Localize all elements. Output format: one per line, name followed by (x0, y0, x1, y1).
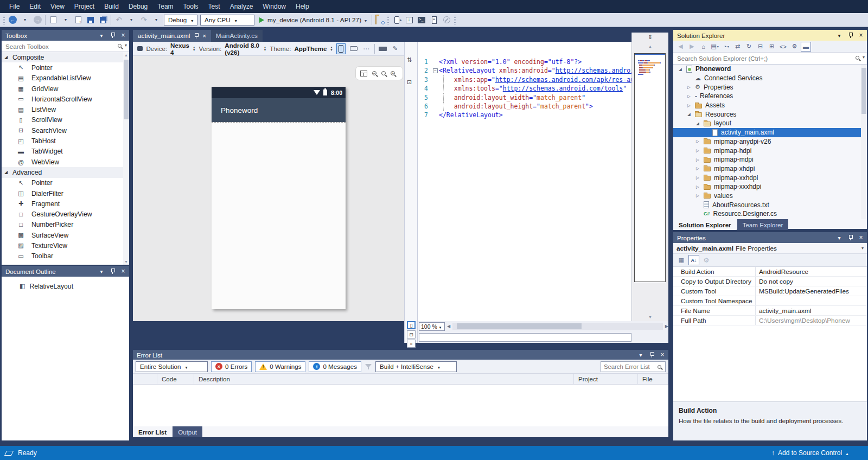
code-line[interactable]: 2−<RelativeLayout xmlns:android="http://… (418, 66, 631, 75)
expander-icon[interactable]: ▷ (696, 157, 704, 162)
platform-dropdown[interactable]: Any CPU (200, 15, 254, 25)
scroll-up-icon[interactable]: ▲ (632, 44, 668, 48)
se-forward-icon[interactable]: ▶ (687, 42, 697, 52)
expander-icon[interactable]: ▷ (696, 166, 704, 171)
pin-icon[interactable] (108, 268, 116, 274)
scroll-right-icon[interactable]: ▶ (665, 324, 668, 329)
scroll-down-icon[interactable]: ▼ (632, 315, 668, 319)
toolbox-item-scrollview[interactable]: ▯ScrollView (2, 115, 123, 125)
expander-icon[interactable]: ◢ (679, 67, 686, 72)
stepper-icon[interactable] (330, 46, 333, 52)
alphabetical-sort-icon[interactable] (688, 255, 699, 265)
column-header-code[interactable]: Code (157, 374, 194, 384)
tree-item-mipmap-anydpi-v26[interactable]: ▷mipmap-anydpi-v26 (673, 137, 867, 146)
start-debugging-button[interactable]: my_device (Android 8.1 - API 27) (257, 15, 369, 25)
designer-source-splitter[interactable]: ▯ ⊟ » (404, 42, 418, 343)
new-project-button[interactable] (48, 15, 58, 25)
navigate-back-button[interactable] (8, 15, 17, 25)
window-position-icon[interactable]: ▾ (637, 352, 644, 358)
zoom-fit-icon[interactable] (381, 71, 386, 75)
se-preview-selected-items-icon[interactable]: ▬ (801, 42, 811, 52)
redo-dropdown[interactable] (151, 15, 161, 25)
add-to-source-control-button[interactable]: Add to Source Control (771, 449, 863, 457)
portrait-button[interactable] (336, 43, 346, 54)
tree-item-mipmap-hdpi[interactable]: ▷mipmap-hdpi (673, 146, 867, 155)
solution-explorer-search-input[interactable] (673, 53, 867, 64)
scroll-up-icon[interactable]: ▲ (123, 53, 129, 57)
android-device-button[interactable] (392, 15, 401, 25)
tab-output[interactable]: Output (173, 426, 202, 437)
se-sync-with-active-document-icon[interactable]: ⇄ (732, 42, 743, 52)
scope-dropdown[interactable]: Entire Solution (136, 361, 208, 372)
tree-item-mipmap-xxxhdpi[interactable]: ▷mipmap-xxxhdpi (673, 182, 867, 191)
expander-icon[interactable]: ▷ (687, 94, 695, 99)
toolbox-item-horizontalscrollview[interactable]: ▭HorizontalScrollView (2, 94, 123, 104)
zoom-in-icon[interactable]: + (391, 71, 395, 75)
clear-filters-icon[interactable] (365, 363, 372, 370)
tree-item-references[interactable]: ▷▪▪References (673, 92, 867, 101)
scrollbar-thumb[interactable] (124, 60, 129, 119)
window-position-icon[interactable]: ▾ (835, 33, 843, 39)
tree-item-layout[interactable]: ◢layout (673, 119, 867, 128)
stepper-icon[interactable] (193, 46, 195, 52)
toolbox-group-advanced[interactable]: ◢Advanced (2, 167, 123, 177)
expander-icon[interactable]: ▷ (696, 175, 704, 180)
phone-content-area[interactable] (212, 122, 346, 309)
editor-zoom-dropdown[interactable]: 100 % (419, 322, 445, 331)
configuration-dropdown[interactable]: Debug (164, 15, 197, 25)
menu-analyze[interactable]: Analyze (225, 0, 258, 13)
toolbox-scrollbar[interactable]: ▲ ▼ (123, 52, 129, 265)
property-row-custom-tool[interactable]: Custom ToolMSBuild:UpdateGeneratedFiles (673, 286, 867, 296)
window-position-icon[interactable]: ▾ (835, 235, 843, 241)
toolbar-grip[interactable] (454, 16, 456, 24)
expander-icon[interactable]: ▷ (696, 148, 704, 153)
menu-test[interactable]: Test (203, 0, 225, 13)
tree-item-assets[interactable]: ▷Assets (673, 101, 867, 110)
toolbox-item-listview[interactable]: ▤ListView (2, 104, 123, 114)
toolbox-item-numberpicker[interactable]: □NumberPicker (2, 220, 123, 230)
solution-explorer-scrollbar[interactable] (861, 65, 867, 219)
version-value[interactable]: Android 8.0 (v26) (225, 42, 260, 56)
categorized-icon[interactable] (676, 255, 687, 265)
scroll-left-icon[interactable]: ◀ (447, 324, 450, 329)
property-row-copy-to-output-directory[interactable]: Copy to Output DirectoryDo not copy (673, 277, 867, 286)
new-project-dropdown[interactable] (61, 15, 71, 25)
navigate-back-dropdown[interactable] (20, 15, 30, 25)
redo-button[interactable]: ↷ (139, 15, 149, 25)
toolbar-grip[interactable] (387, 16, 389, 24)
se-collapse-all-icon[interactable]: ⊟ (755, 42, 765, 52)
se-properties-icon[interactable]: ⚙ (789, 42, 800, 52)
se-pending-changes-filter-icon[interactable]: ◔ (721, 42, 731, 52)
add-item-button[interactable] (73, 15, 83, 25)
property-row-full-path[interactable]: Full PathC:\Users\mgm\Desktop\Phonew (673, 316, 867, 325)
device-preview[interactable]: 8:00 Phoneword (212, 87, 346, 309)
android-adb-button[interactable] (417, 15, 426, 25)
expander-icon[interactable]: ▷ (696, 193, 704, 198)
pin-icon[interactable] (194, 33, 199, 39)
window-position-icon[interactable]: ▾ (98, 269, 105, 274)
toolbox-item-searchview[interactable]: ⊡SearchView (2, 125, 123, 136)
breadcrumb[interactable] (419, 333, 631, 342)
toolbox-item-tabhost[interactable]: ◰TabHost (2, 136, 123, 146)
toolbox-item-textureview[interactable]: ▨TextureView (2, 240, 123, 251)
tree-item-mipmap-xhdpi[interactable]: ▷mipmap-xhdpi (673, 164, 867, 174)
toolbox-item-webview[interactable]: @WebView (2, 157, 123, 167)
expander-icon[interactable]: ◢ (687, 112, 695, 117)
tree-item-mipmap-mdpi[interactable]: ▷mipmap-mdpi (673, 155, 867, 164)
toolbox-group-composite[interactable]: ◢Composite (2, 52, 123, 62)
code-line[interactable]: 5 android:layout_width="match_parent" (418, 93, 631, 102)
tab-error-list[interactable]: Error List (133, 426, 172, 437)
menu-window[interactable]: Window (258, 0, 291, 13)
window-position-icon[interactable]: ▾ (98, 33, 105, 39)
android-device-monitor-button[interactable] (429, 15, 439, 25)
toolbar-grip[interactable] (3, 16, 5, 24)
column-header-project[interactable]: Project (574, 374, 638, 384)
tree-item-aboutresources-txt[interactable]: AboutResources.txt (673, 200, 867, 209)
close-icon[interactable] (119, 31, 127, 39)
menu-edit[interactable]: Edit (24, 0, 46, 13)
tree-item-activity-main-axml[interactable]: activity_main.axml (673, 128, 867, 137)
scrollbar-thumb[interactable] (861, 68, 866, 114)
close-icon[interactable] (119, 267, 127, 275)
tab-solution-explorer[interactable]: Solution Explorer (673, 219, 737, 230)
menu-tools[interactable]: Tools (178, 0, 203, 13)
